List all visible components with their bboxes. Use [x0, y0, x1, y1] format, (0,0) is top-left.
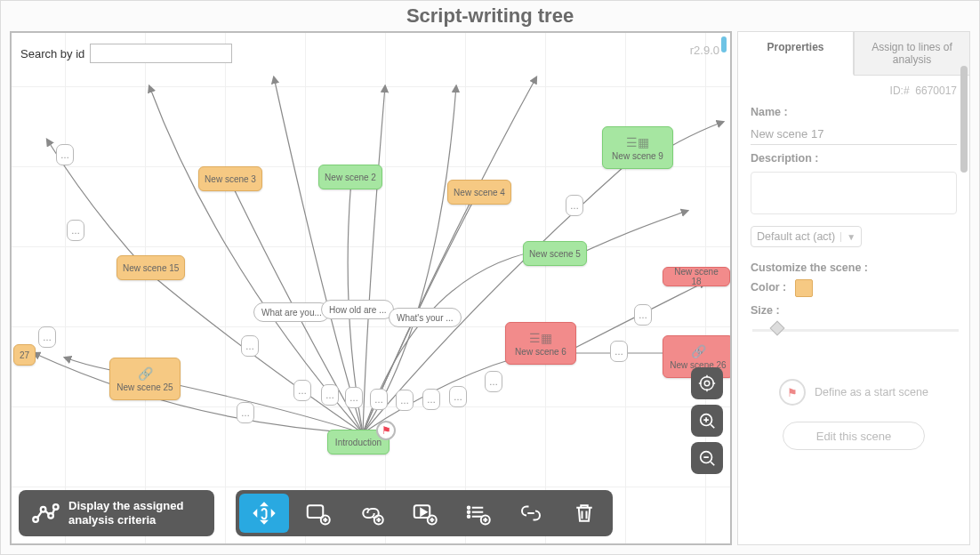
- scene-node-label: New scene 9: [612, 151, 663, 161]
- name-label: Name :: [751, 106, 957, 118]
- svg-point-5: [41, 507, 46, 512]
- scene-node[interactable]: New scene 4: [447, 180, 511, 205]
- connector-node[interactable]: …: [634, 304, 652, 326]
- connector-node[interactable]: …: [67, 220, 84, 241]
- display-analysis-label: Display the assigned analysis criteria: [68, 499, 204, 527]
- scene-node[interactable]: New scene 2: [318, 165, 382, 189]
- connector-node[interactable]: …: [566, 195, 583, 216]
- start-flag-marker[interactable]: ⚑: [376, 421, 396, 440]
- tool-move[interactable]: [239, 494, 289, 533]
- scene-type-icon: ☰▦: [529, 331, 552, 345]
- version-label: r2.9.0: [690, 44, 719, 57]
- scene-node[interactable]: New scene 15: [116, 255, 185, 280]
- connector-node[interactable]: …: [321, 384, 339, 406]
- svg-point-4: [33, 517, 38, 522]
- svg-point-1: [701, 377, 714, 390]
- tool-add-list[interactable]: [453, 494, 502, 533]
- tab-properties[interactable]: Proprerties: [738, 32, 854, 76]
- properties-panel: Proprerties Assign to lines of analysis …: [737, 31, 970, 545]
- zoom-in-button[interactable]: [691, 405, 723, 437]
- dialogue-bubble[interactable]: What are you...: [253, 302, 330, 322]
- svg-point-15: [468, 516, 470, 519]
- connector-node[interactable]: …: [56, 144, 74, 165]
- canvas-scroll-indicator: [721, 36, 727, 52]
- size-label: Size :: [751, 304, 957, 317]
- tool-add-scene[interactable]: [293, 494, 342, 533]
- link-icon: 🔗: [138, 366, 153, 381]
- connector-node[interactable]: …: [345, 387, 363, 408]
- scene-node[interactable]: ☰▦ New scene 9: [602, 126, 673, 169]
- scene-node[interactable]: New scene 5: [523, 241, 587, 266]
- color-label: Color :: [751, 281, 786, 294]
- zoom-out-button[interactable]: [691, 442, 723, 474]
- scene-node-label: New scene 6: [515, 347, 566, 357]
- tab-assign-analysis[interactable]: Assign to lines of analysis: [854, 32, 969, 76]
- size-slider[interactable]: [752, 329, 959, 332]
- tree-canvas[interactable]: Search by id r2.9.0: [10, 31, 732, 545]
- svg-rect-8: [308, 505, 324, 518]
- canvas-grid: [12, 33, 730, 543]
- dialogue-bubble[interactable]: What's your ...: [389, 308, 462, 327]
- color-swatch[interactable]: [795, 279, 813, 297]
- customize-label: Customize the scene :: [751, 261, 957, 274]
- connector-node[interactable]: …: [241, 335, 259, 357]
- scene-node-label: New scene 25: [116, 382, 173, 392]
- description-input[interactable]: [751, 172, 957, 214]
- tool-add-media[interactable]: [399, 494, 449, 533]
- scene-node[interactable]: 27: [13, 344, 36, 366]
- scene-node[interactable]: New scene 3: [198, 166, 262, 191]
- define-start-label: Define as a start scene: [815, 386, 928, 398]
- scene-node[interactable]: New scene 18: [663, 267, 730, 286]
- connector-node[interactable]: …: [293, 380, 311, 401]
- svg-point-13: [468, 507, 470, 510]
- tool-tray: [236, 490, 613, 536]
- panel-scrollbar[interactable]: [960, 66, 968, 173]
- recenter-button[interactable]: [691, 367, 723, 399]
- connector-node[interactable]: …: [610, 341, 628, 362]
- svg-point-0: [704, 381, 710, 386]
- connector-node[interactable]: …: [396, 390, 414, 411]
- connector-node[interactable]: …: [38, 326, 56, 348]
- name-input[interactable]: [751, 122, 957, 145]
- display-analysis-button[interactable]: Display the assigned analysis criteria: [19, 490, 214, 536]
- connector-node[interactable]: …: [370, 389, 388, 410]
- search-group: Search by id: [20, 44, 232, 63]
- description-label: Description :: [751, 152, 957, 165]
- search-input[interactable]: [90, 44, 232, 63]
- dialogue-bubble[interactable]: How old are ...: [321, 300, 394, 319]
- connector-node[interactable]: …: [485, 371, 502, 392]
- act-select-value: Default act (act): [757, 230, 835, 243]
- search-label: Search by id: [20, 47, 84, 60]
- svg-point-7: [53, 504, 59, 510]
- link-icon: 🔗: [691, 344, 706, 358]
- tool-delete[interactable]: [559, 494, 609, 533]
- chevron-down-icon: ▼: [840, 232, 855, 242]
- page-title: Script-writing tree: [1, 1, 979, 29]
- scene-type-icon: ☰▦: [626, 135, 649, 149]
- tool-add-link[interactable]: [346, 494, 396, 533]
- connector-node[interactable]: …: [449, 386, 467, 407]
- define-start-button[interactable]: ⚑: [779, 379, 806, 406]
- svg-point-14: [468, 511, 470, 514]
- scene-node[interactable]: ☰▦ New scene 6: [505, 322, 576, 365]
- edit-scene-button[interactable]: Edit this scene: [783, 422, 925, 450]
- act-select[interactable]: Default act (act) ▼: [751, 226, 862, 247]
- connector-node[interactable]: …: [422, 389, 440, 410]
- connector-node[interactable]: …: [237, 402, 254, 423]
- scene-node[interactable]: 🔗 New scene 25: [109, 358, 181, 400]
- tool-link-nodes[interactable]: [506, 494, 556, 533]
- scene-id: ID:# 6670017: [751, 84, 957, 97]
